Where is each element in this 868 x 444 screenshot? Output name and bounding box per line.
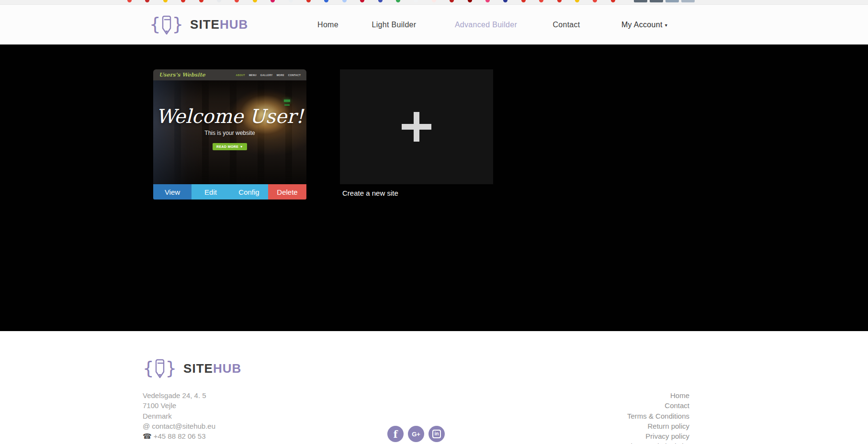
bookmark-favicon[interactable] [485, 0, 490, 2]
linkedin-icon[interactable]: in [428, 426, 445, 442]
bookmark-favicon[interactable] [450, 0, 454, 2]
bookmark-favicon[interactable] [324, 0, 328, 2]
nav-item-light-builder[interactable]: Light Builder [372, 21, 417, 29]
plus-icon [402, 112, 431, 142]
footer-link-return[interactable]: Return policy [624, 421, 689, 431]
address-line-city: 7100 Vejle [143, 400, 215, 411]
bookmark-favicon[interactable] [145, 0, 149, 2]
bookmark-favicon[interactable] [306, 0, 311, 2]
bookmark-favicon[interactable] [611, 0, 615, 2]
site-preview-title: Users's Website [159, 72, 205, 78]
bookmark-favicon[interactable] [396, 0, 400, 2]
footer-logo-brace-right: } [166, 360, 177, 377]
footer-phone: +45 88 82 06 53 [154, 432, 206, 440]
address-line-country: Denmark [143, 411, 215, 421]
footer-link-home[interactable]: Home [624, 390, 689, 400]
create-new-site-label: Create a new site [342, 189, 398, 197]
bookmark-favicon[interactable] [557, 0, 562, 2]
footer-link-contact[interactable]: Contact [624, 400, 689, 411]
site-preview-heading: Welcome User! [156, 105, 304, 127]
footer-phone-row: ☎+45 88 82 06 53 [143, 431, 215, 441]
footer-logo-brace-left: { [143, 360, 154, 377]
bookmark-favicon[interactable] [253, 0, 257, 2]
bookmark-favicon[interactable] [503, 0, 507, 2]
main-nav: Home Light Builder Advanced Builder Cont… [143, 5, 689, 44]
caret-down-icon: ▾ [665, 22, 667, 28]
nav-item-home[interactable]: Home [317, 21, 338, 29]
site-preview-nav: ABOUT MENU GALLERY MORE CONTACT [236, 74, 301, 77]
bookmark-favicon[interactable] [127, 0, 132, 2]
footer-email[interactable]: contact@sitehub.eu [152, 422, 215, 430]
bookmark-favicon[interactable] [217, 0, 221, 2]
nav-item-advanced-builder[interactable]: Advanced Builder [455, 21, 517, 29]
google-plus-icon[interactable]: G+ [408, 426, 424, 442]
create-new-site-card[interactable] [340, 69, 493, 184]
site-card-actions: View Edit Config Delete [153, 184, 306, 200]
at-icon: @ [143, 422, 150, 430]
config-button[interactable]: Config [230, 184, 268, 200]
bookmark-favicon[interactable] [575, 0, 579, 2]
site-preview-header: Users's Website ABOUT MENU GALLERY MORE … [153, 69, 306, 80]
bookmark-favicon[interactable] [199, 0, 203, 2]
footer-logo: { } SITEHUB [143, 357, 241, 380]
site-preview-hero: Welcome User! This is your website READ … [153, 80, 306, 184]
exit-sign-decoration [284, 100, 290, 102]
site-preview-nav-more: MORE [277, 74, 284, 77]
site-card: Users's Website ABOUT MENU GALLERY MORE … [153, 69, 306, 200]
bookmark-favicon[interactable] [468, 0, 472, 2]
footer-brand-text: SITEHUB [183, 361, 241, 376]
site-preview-nav-gallery: GALLERY [260, 74, 273, 77]
bookmark-favicon[interactable] [593, 0, 597, 2]
my-account-dropdown[interactable]: My Account▾ [621, 21, 667, 29]
site-preview-subheading: This is your website [204, 130, 255, 136]
bookmark-favicon[interactable] [378, 0, 383, 2]
site-preview-nav-menu: MENU [249, 74, 257, 77]
nav-item-contact[interactable]: Contact [552, 21, 580, 29]
bookmark-favicon[interactable] [235, 0, 239, 2]
bookmark-favicon[interactable] [360, 0, 364, 2]
header: { } SITEHUB Home Light Builder Advanced … [0, 5, 868, 44]
footer-email-row: @contact@sitehub.eu [143, 421, 215, 431]
footer-social: f G+ in [387, 426, 445, 442]
footer-links: Home Contact Terms & Conditions Return p… [624, 390, 689, 444]
site-preview-read-more-button: READ MORE ▼ [213, 143, 247, 150]
facebook-icon[interactable]: f [387, 426, 404, 442]
footer-link-privacy[interactable]: Privacy policy [624, 431, 689, 441]
bookmark-favicon[interactable] [414, 0, 418, 2]
site-preview-nav-about: ABOUT [236, 74, 245, 77]
footer-link-terms[interactable]: Terms & Conditions [624, 411, 689, 421]
bookmark-favicon[interactable] [163, 0, 168, 2]
phone-icon: ☎ [143, 432, 152, 440]
footer-address: Vedelsgade 24, 4. 5 7100 Vejle Denmark @… [143, 390, 215, 441]
bookmark-favicon[interactable] [289, 0, 293, 2]
bookmark-favicon[interactable] [432, 0, 436, 2]
bookmark-favicon[interactable] [271, 0, 275, 2]
bookmark-favicon[interactable] [521, 0, 526, 2]
footer-brand-hub: HUB [213, 361, 241, 376]
bookmark-favicon[interactable] [342, 0, 347, 2]
sites-area: Users's Website ABOUT MENU GALLERY MORE … [0, 44, 868, 331]
edit-button[interactable]: Edit [192, 184, 230, 200]
bookmark-favicon[interactable] [539, 0, 543, 2]
bookmark-folder-tab[interactable] [634, 0, 647, 2]
footer-pencil-icon [155, 357, 165, 380]
bookmark-favicon[interactable] [181, 0, 185, 2]
footer-link-partial[interactable]: Whose website is it? [624, 441, 689, 444]
address-line-street: Vedelsgade 24, 4. 5 [143, 390, 215, 400]
bookmarks-strip [0, 0, 868, 5]
my-account-label: My Account [621, 21, 663, 29]
view-button[interactable]: View [153, 184, 192, 200]
site-preview-nav-contact: CONTACT [288, 74, 301, 77]
bookmark-folder-tab[interactable] [665, 0, 679, 2]
footer-brand-site: SITE [183, 361, 213, 376]
footer: { } SITEHUB Vedelsgade 24, 4. 5 7100 Vej… [0, 331, 868, 444]
bookmark-folder-tab[interactable] [650, 0, 663, 2]
bookmark-folder-tab[interactable] [681, 0, 695, 2]
delete-button[interactable]: Delete [268, 184, 306, 200]
